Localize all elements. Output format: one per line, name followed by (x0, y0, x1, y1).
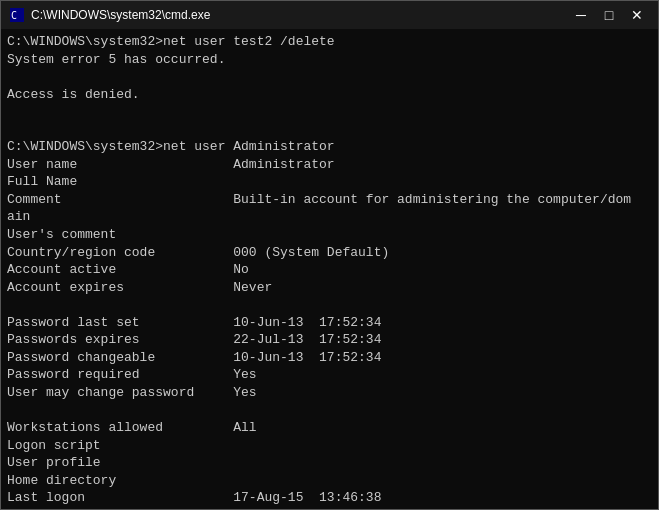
terminal-output[interactable]: C:\WINDOWS\system32>net user test2 /dele… (1, 29, 658, 509)
title-bar: C C:\WINDOWS\system32\cmd.exe ─ □ ✕ (1, 1, 658, 29)
title-bar-controls: ─ □ ✕ (568, 5, 650, 25)
window-title: C:\WINDOWS\system32\cmd.exe (31, 8, 210, 22)
close-button[interactable]: ✕ (624, 5, 650, 25)
title-bar-left: C C:\WINDOWS\system32\cmd.exe (9, 7, 210, 23)
minimize-button[interactable]: ─ (568, 5, 594, 25)
maximize-button[interactable]: □ (596, 5, 622, 25)
svg-text:C: C (11, 10, 17, 21)
cmd-window: C C:\WINDOWS\system32\cmd.exe ─ □ ✕ C:\W… (0, 0, 659, 510)
cmd-icon: C (9, 7, 25, 23)
